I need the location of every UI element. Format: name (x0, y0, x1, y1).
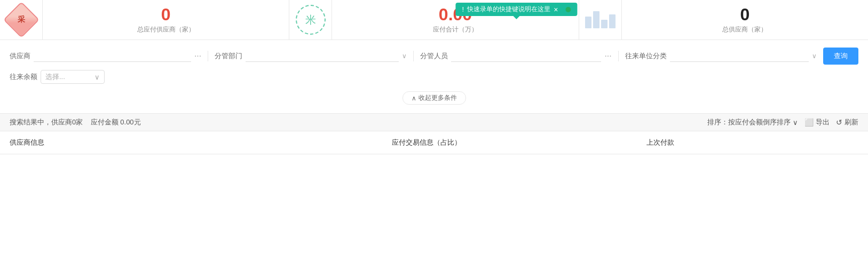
col-header-supplier: 供应商信息 (10, 138, 392, 147)
col-header-transaction: 应付交易信息（占比） (392, 138, 646, 147)
stats-bar: 采 0 总应付供应商（家） 米 0.00 应付合计（万） ! 快速录单的快捷键说… (0, 0, 868, 40)
filter-row-2: 往来余额 选择... ∨ (10, 70, 858, 84)
supplier-label: 供应商 (10, 51, 30, 61)
filter-area: 供应商 ··· 分管部门 ∨ 分管人员 ··· 往来单位分类 ∨ 查询 (0, 40, 868, 114)
person-input[interactable] (451, 50, 602, 62)
department-arrow[interactable]: ∨ (402, 52, 407, 60)
stat-payable-suppliers: 0 总应付供应商（家） (43, 0, 289, 40)
divider-2 (413, 51, 414, 61)
filter-row-1: 供应商 ··· 分管部门 ∨ 分管人员 ··· 往来单位分类 ∨ 查询 (10, 48, 858, 65)
shortcut-tooltip: ! 快速录单的快捷键说明在这里 × (456, 3, 578, 16)
unit-class-filter: 往来单位分类 ∨ (625, 50, 817, 62)
balance-label: 往来余额 (10, 72, 37, 82)
result-actions: 排序：按应付会额倒序排序 ∨ ⬜ 导出 ↺ 刷新 (707, 117, 858, 127)
department-label: 分管部门 (215, 51, 242, 61)
tooltip-text: 快速录单的快捷键说明在这里 (467, 5, 550, 14)
payable-suppliers-value: 0 (161, 5, 171, 24)
refresh-icon: ↺ (836, 118, 842, 127)
supplier-filter: 供应商 ··· (10, 50, 201, 62)
balance-placeholder: 选择... (45, 72, 91, 82)
shortcut-icon: ! (462, 5, 464, 13)
stat-payable-total: 0.00 应付合计（万） ! 快速录单的快捷键说明在这里 × (332, 0, 579, 40)
sort-control[interactable]: 排序：按应付会额倒序排序 ∨ (707, 117, 798, 127)
unit-class-input[interactable] (670, 50, 809, 62)
refresh-label: 刷新 (845, 117, 858, 127)
unit-class-label: 往来单位分类 (625, 51, 667, 61)
unit-class-arrow[interactable]: ∨ (812, 52, 817, 60)
query-button[interactable]: 查询 (823, 48, 858, 65)
person-dots[interactable]: ··· (604, 51, 611, 61)
logo-diamond-icon: 采 (3, 2, 40, 38)
divider-3 (618, 51, 619, 61)
building-icon (585, 11, 616, 28)
coin-icon: 米 (296, 5, 326, 35)
sort-arrow: ∨ (793, 119, 798, 127)
payable-suppliers-label: 总应付供应商（家） (137, 25, 195, 34)
collapse-label: 收起更多条件 (419, 93, 457, 103)
department-input[interactable] (246, 50, 398, 62)
supplier-input[interactable] (34, 50, 191, 62)
tooltip-dot (565, 7, 571, 12)
result-amount: 应付金额 0.00元 (91, 118, 141, 126)
table-header: 供应商信息 应付交易信息（占比） 上次付款 (0, 131, 868, 154)
balance-select[interactable]: 选择... ∨ (41, 70, 105, 84)
collapse-row: ∧ 收起更多条件 (10, 89, 858, 109)
refresh-button[interactable]: ↺ 刷新 (836, 117, 858, 127)
collapse-icon: ∧ (412, 95, 416, 102)
building-icon-block (579, 0, 622, 40)
person-label: 分管人员 (420, 51, 448, 61)
logo-block: 采 (0, 0, 43, 40)
result-bar: 搜索结果中，供应商0家 应付金额 0.00元 排序：按应付会额倒序排序 ∨ ⬜ … (0, 114, 868, 131)
col-header-last-payment: 上次付款 (646, 138, 859, 147)
balance-arrow: ∨ (94, 73, 100, 81)
payable-total-label: 应付合计（万） (433, 25, 478, 34)
department-filter: 分管部门 ∨ (215, 50, 406, 62)
result-text: 搜索结果中，供应商0家 (10, 118, 83, 126)
tooltip-close-btn[interactable]: × (554, 5, 558, 14)
result-info: 搜索结果中，供应商0家 应付金额 0.00元 (10, 117, 141, 127)
total-suppliers-label: 总供应商（家） (722, 25, 767, 34)
stat-total-suppliers: 0 总供应商（家） (622, 0, 868, 40)
export-label: 导出 (816, 117, 830, 127)
export-button[interactable]: ⬜ 导出 (804, 117, 830, 127)
balance-filter: 往来余额 选择... ∨ (10, 70, 105, 84)
supplier-dots[interactable]: ··· (194, 51, 201, 61)
export-icon: ⬜ (804, 118, 814, 127)
coin-icon-block: 米 (289, 0, 332, 40)
empty-table-area (0, 154, 868, 275)
sort-label: 排序：按应付会额倒序排序 (707, 117, 791, 127)
divider-1 (208, 51, 208, 61)
collapse-button[interactable]: ∧ 收起更多条件 (403, 91, 466, 105)
total-suppliers-value: 0 (740, 5, 749, 24)
person-filter: 分管人员 ··· (420, 50, 612, 62)
